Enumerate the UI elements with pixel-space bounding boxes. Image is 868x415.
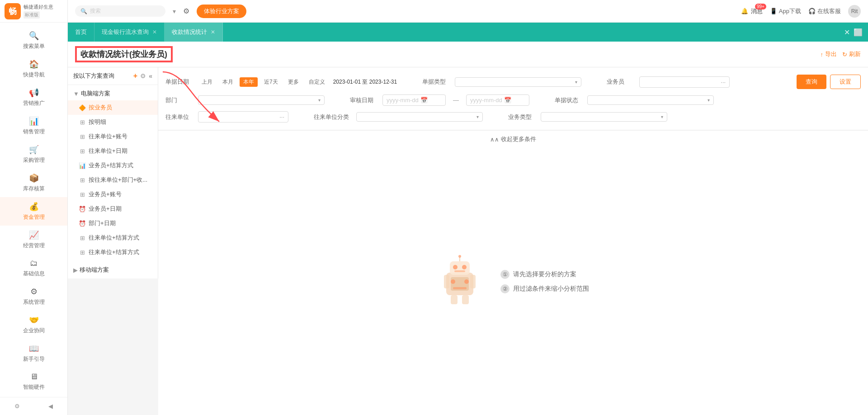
salesperson-label: 业务员 [607,78,632,86]
topbar-gear-icon[interactable]: ⚙ [183,7,189,15]
date-btn-this-year[interactable]: 本年 [240,77,258,87]
scheme-group-mobile-title[interactable]: ▶ 移动端方案 [68,263,158,277]
sidebar-item-new-guide[interactable]: 📖 新手引导 [0,339,67,368]
counterpart-settlement1-icon: ⊞ [79,235,86,241]
app-download-btn[interactable]: 📱 App下载 [770,7,801,15]
scheme-group-desktop-title[interactable]: ▼ 电脑端方案 [68,87,158,100]
detail-scheme-icon: ⊞ [79,119,86,126]
scheme-item-salesperson-settlement[interactable]: 📊 业务员+结算方式 [68,158,158,173]
filter-area: 单据日期 上月 本月 本年 近7天 更多 自定义 2023-01-01 至 [158,67,868,130]
tab-maximize-icon[interactable]: ⬜ [854,28,863,37]
scheme-item-salesperson-account[interactable]: ⊞ 业务员+账号 [68,187,158,202]
svg-rect-5 [453,287,467,289]
notification-button[interactable]: 🔔 消息 99+ [741,7,763,15]
guide-icon: 📖 [29,344,39,354]
date-btn-this-month[interactable]: 本月 [219,77,237,87]
setting-button[interactable]: 设置 [830,75,861,89]
tab-bank-flow[interactable]: 现金银行流水查询 ✕ [94,23,165,42]
sidebar-item-inventory[interactable]: 📦 库存核算 [0,169,67,197]
sidebar-item-marketing[interactable]: 📢 营销推广 [0,83,67,112]
app-logo: 畅 畅捷通好生意 标准版 [0,0,67,23]
topbar-dropdown-icon[interactable]: ▾ [173,8,176,15]
scheme-panel-title: 按以下方案查询 [73,72,114,80]
tab-minimize-icon[interactable]: ✕ [844,28,850,37]
export-button[interactable]: ↑ 导出 [821,50,837,58]
bill-type-select[interactable]: ▾ [455,77,581,87]
folder-icon: 🗂 [30,259,38,268]
collapse-filter-button[interactable]: ∧∧ 收起更多条件 [158,130,868,148]
sidebar-item-quick-nav[interactable]: 🏠 快捷导航 [0,55,67,83]
date-btn-7days[interactable]: 近7天 [260,77,282,87]
scheme-item-by-detail[interactable]: ⊞ 按明细 [68,115,158,129]
scheme-item-by-counterpart-dept[interactable]: ⊞ 按往来单位+部门+收... [68,173,158,187]
logo-badge: 标准版 [24,11,40,19]
trial-industry-button[interactable]: 体验行业方案 [197,5,246,18]
counterpart-category-select[interactable]: ▾ [356,112,483,122]
sidebar-nav: 🔍 搜索菜单 🏠 快捷导航 📢 营销推广 📊 销售管理 🛒 采购管理 📦 [0,23,67,397]
sidebar-item-sales[interactable]: 📊 销售管理 [0,112,67,140]
footer-collapse-icon[interactable]: ◀ [48,403,53,410]
home-icon: 🏠 [29,59,39,69]
sidebar-item-purchase[interactable]: 🛒 采购管理 [0,140,67,169]
scheme-item-salesperson-date[interactable]: ⏰ 业务员+日期 [68,202,158,216]
online-service-btn[interactable]: 🎧 在线客服 [808,7,841,15]
biz-type-select[interactable]: ▾ [541,112,667,122]
notification-badge: 99+ [755,4,766,9]
tab-home[interactable]: 首页 [68,23,94,42]
sidebar-item-finance[interactable]: 💰 资金管理 [0,197,67,226]
audit-date-start-picker[interactable]: yyyy-mm-dd 📅 [382,94,446,106]
scheme-collapse-icon[interactable]: « [149,72,152,80]
sidebar-item-smart-hw[interactable]: 🖥 智能硬件 [0,368,67,396]
page-header-actions: ↑ 导出 ↻ 刷新 [821,50,861,58]
svg-rect-6 [444,275,449,288]
sidebar-item-corp-collab[interactable]: 🤝 企业协同 [0,311,67,339]
query-button[interactable]: 查询 [797,75,826,89]
sidebar-item-search[interactable]: 🔍 搜索菜单 [0,26,67,55]
scheme-item-by-salesperson[interactable]: 🔶 按业务员 [68,100,158,115]
tab-close-collection-stats[interactable]: ✕ [211,29,215,35]
sales-icon: 📊 [29,116,39,126]
svg-point-3 [451,279,455,284]
sidebar-item-system[interactable]: ⚙ 系统管理 [0,282,67,311]
page-title: 收款情况统计(按业务员) [76,47,172,61]
empty-state-area: ① 请先选择要分析的方案 ② 用过滤条件来缩小分析范围 [158,148,868,415]
scheme-item-dept-date[interactable]: ⏰ 部门+日期 [68,216,158,231]
footer-settings-icon[interactable]: ⚙ [14,403,20,410]
bill-status-select[interactable]: ▾ [587,95,714,105]
search-icon: 🔍 [29,31,39,41]
scheme-item-counterpart-account[interactable]: ⊞ 往来单位+账号 [68,129,158,144]
salesperson-select[interactable]: ··· [639,76,730,88]
scheme-settings-icon[interactable]: ⚙ [140,72,146,80]
svg-point-4 [464,279,469,284]
salesperson-date-icon: ⏰ [79,206,86,212]
date-btn-more[interactable]: 更多 [284,77,302,87]
tip-item-2: ② 用过滤条件来缩小分析范围 [500,284,589,293]
dept-label: 部门 [165,96,191,104]
scheme-add-icon[interactable]: + [133,72,137,80]
bill-status-chevron: ▾ [708,98,710,103]
refresh-button[interactable]: ↻ 刷新 [842,50,861,58]
scheme-item-counterpart-settlement2[interactable]: ⊞ 往来单位+结算方式 [68,245,158,259]
user-avatar[interactable]: Rit [848,5,861,18]
scheme-item-counterpart-date[interactable]: ⊞ 往来单位+日期 [68,144,158,158]
dept-select[interactable]: ▾ [198,95,325,105]
scheme-group-mobile: ▶ 移动端方案 [68,261,158,278]
empty-tips: ① 请先选择要分析的方案 ② 用过滤条件来缩小分析范围 [500,270,589,293]
sidebar-item-base-info[interactable]: 🗂 基础信息 [0,254,67,282]
date-btn-custom[interactable]: 自定义 [305,77,329,87]
page-header: 收款情况统计(按业务员) ↑ 导出 ↻ 刷新 [68,42,868,67]
topbar-search-icon: 🔍 [80,8,87,14]
box-icon: 📦 [29,173,39,183]
svg-rect-10 [450,261,470,275]
scheme-item-counterpart-settlement1[interactable]: ⊞ 往来单位+结算方式 [68,231,158,245]
salesperson-dots[interactable]: ··· [721,79,726,85]
sidebar-item-operations[interactable]: 📈 经营管理 [0,226,67,254]
audit-date-end-picker[interactable]: yyyy-mm-dd 📅 [466,94,529,106]
svg-rect-13 [454,270,465,272]
counterpart-dots[interactable]: ··· [279,113,284,120]
tab-collection-stats[interactable]: 收款情况统计 ✕ [165,23,223,42]
date-btn-last-month[interactable]: 上月 [198,77,216,87]
topbar-search-box[interactable]: 🔍 搜索 [75,5,165,17]
tab-close-bank-flow[interactable]: ✕ [152,29,157,35]
counterpart-select[interactable]: ··· [198,111,288,123]
